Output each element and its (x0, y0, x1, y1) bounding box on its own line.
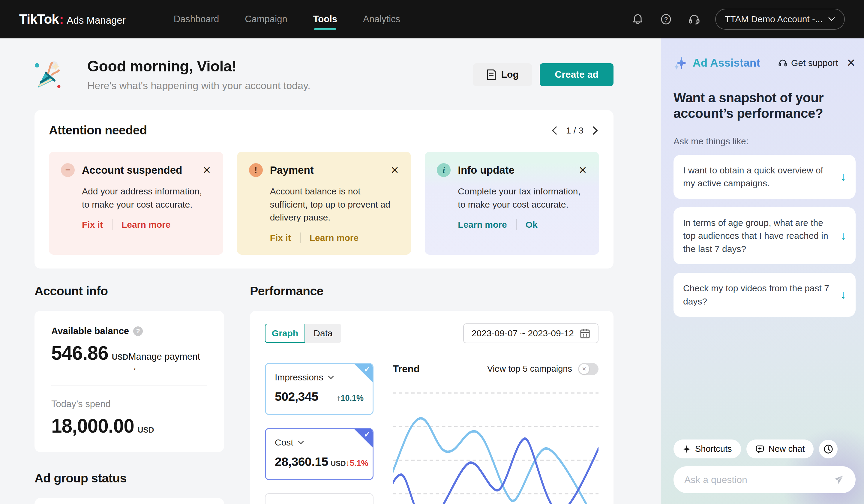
ad-group-status-card: 23 Active View details → (35, 498, 224, 504)
notifications-bell-icon[interactable] (631, 12, 645, 26)
log-button[interactable]: Log (473, 63, 532, 86)
brand[interactable]: TikTok : Ads Manager (19, 12, 126, 27)
fix-it-link[interactable]: Fix it (82, 219, 103, 230)
metric-delta: ↓5.1% (346, 459, 368, 468)
suggestion-chip[interactable]: I want to obtain a quick overview of my … (673, 155, 856, 199)
shortcuts-spark-icon (683, 445, 691, 453)
support-headset-icon[interactable] (687, 12, 701, 26)
date-range-picker[interactable]: 2023-09-07 ~ 2023-09-12 (463, 323, 599, 343)
calendar-icon (580, 328, 590, 339)
metric-delta: ↑10.1% (337, 394, 363, 403)
alert-title: Account suspended (82, 164, 182, 176)
metric-unit: USD (331, 459, 346, 468)
metric-card-cost[interactable]: ✓ Cost 28,360.15 USD ↓5.1% (265, 428, 373, 480)
learn-more-link[interactable]: Learn more (121, 219, 170, 230)
nav-campaign[interactable]: Campaign (245, 2, 287, 37)
performance-heading: Performance (250, 284, 613, 298)
close-icon[interactable]: ✕ (579, 164, 587, 176)
nav-tools[interactable]: Tools (313, 2, 337, 37)
metric-name: Impressions (275, 372, 323, 383)
shortcuts-button[interactable]: Shortcuts (673, 440, 741, 458)
manage-payment-link[interactable]: Manage payment → (128, 351, 207, 373)
chevron-down-icon (828, 17, 835, 22)
top5-campaigns-toggle[interactable]: ✕ (578, 363, 599, 375)
insert-arrow-icon[interactable]: ↓ (840, 229, 846, 242)
spend-label: Today’s spend (51, 399, 111, 409)
ask-question-input[interactable] (684, 474, 833, 485)
create-ad-button[interactable]: Create ad (540, 63, 613, 86)
ok-link[interactable]: Ok (526, 219, 538, 230)
metric-name: Click (275, 502, 294, 504)
alert-title: Info update (458, 164, 515, 176)
nav-analytics[interactable]: Analytics (363, 2, 400, 37)
balance-label: Available balance (51, 326, 129, 337)
headset-icon (778, 58, 788, 68)
alert-payment: ! Payment ✕ Account balance is not suffi… (237, 152, 411, 255)
close-icon[interactable]: ✕ (391, 164, 399, 176)
divider (516, 219, 517, 230)
info-icon: i (437, 163, 451, 177)
attention-title: Attention needed (49, 123, 147, 137)
metric-card-click[interactable]: Click 62,217 ↑10.1% (265, 493, 373, 504)
send-icon[interactable] (833, 474, 845, 485)
get-support-button[interactable]: Get support (778, 58, 838, 68)
pager-prev-icon[interactable] (551, 125, 558, 136)
ad-assistant-panel: Ad Assistant Get support ✕ Want a snapsh… (661, 38, 864, 504)
ad-assistant-title: Ad Assistant (693, 57, 760, 69)
nav-dashboard[interactable]: Dashboard (174, 2, 219, 37)
trend-line-chart (393, 388, 599, 504)
minus-icon: − (61, 163, 75, 177)
page-subtitle: Here's what's happening with your accoun… (87, 80, 311, 92)
suggestion-chip[interactable]: Check my top videos from the past 7 days… (673, 273, 856, 317)
close-icon[interactable]: ✕ (203, 164, 211, 176)
account-info-card: Available balance ? 546.86 USD Manage pa… (35, 311, 224, 452)
learn-more-link[interactable]: Learn more (458, 219, 507, 230)
exclamation-icon: ! (249, 163, 263, 177)
insert-arrow-icon[interactable]: ↓ (840, 288, 846, 301)
alert-title: Payment (270, 164, 314, 176)
close-icon[interactable]: ✕ (847, 57, 856, 69)
performance-card: Graph Data 2023-09-07 ~ 2023-09-12 (250, 311, 613, 504)
insert-arrow-icon[interactable]: ↓ (840, 170, 846, 183)
impressions-series-line (393, 418, 599, 504)
pager-counter: 1 / 3 (566, 125, 584, 136)
ask-question-inputbar (673, 466, 856, 493)
trend-label: Trend (393, 363, 420, 375)
new-chat-icon (755, 445, 765, 454)
metric-card-impressions[interactable]: ✓ Impressions 502,345 ↑10.1% (265, 363, 373, 415)
pager-next-icon[interactable] (591, 125, 599, 136)
balance-unit: USD (112, 352, 128, 362)
alert-info-update: i Info update ✕ Complete your tax inform… (425, 152, 599, 255)
date-range-value: 2023-09-07 ~ 2023-09-12 (472, 328, 574, 338)
learn-more-link[interactable]: Learn more (310, 233, 359, 243)
tiktok-logo: TikTok (19, 12, 59, 27)
toggle-label: View top 5 campaigns (487, 364, 572, 374)
spend-value: 18,000.00 (51, 415, 134, 437)
help-icon[interactable]: ? (659, 12, 673, 26)
metric-name: Cost (275, 437, 293, 448)
spend-unit: USD (138, 425, 154, 435)
ad-group-heading: Ad group status (35, 471, 224, 485)
tiktok-logo-colon: : (59, 12, 64, 27)
party-popper-icon (35, 59, 66, 90)
balance-value: 546.86 (51, 342, 108, 364)
document-icon (486, 69, 496, 80)
metric-value: 502,345 (275, 390, 318, 404)
suggestion-chip[interactable]: In terms of age group, what are the top … (673, 207, 856, 265)
chevron-down-icon[interactable] (328, 375, 334, 380)
new-chat-button[interactable]: New chat (746, 440, 814, 458)
chevron-down-icon[interactable] (298, 440, 304, 445)
help-tooltip-icon[interactable]: ? (133, 326, 143, 336)
main-content: Good morning, Viola! Here's what's happe… (0, 38, 661, 504)
fix-it-link[interactable]: Fix it (270, 233, 291, 243)
history-clock-icon[interactable] (819, 440, 838, 458)
product-name: Ads Manager (67, 15, 125, 26)
alert-account-suspended: − Account suspended ✕ Add your address i… (49, 152, 223, 255)
tab-graph[interactable]: Graph (265, 324, 305, 343)
top-nav: TikTok : Ads Manager Dashboard Campaign … (0, 0, 864, 38)
account-switcher[interactable]: TTAM Demo Account -... (715, 9, 845, 30)
page-title: Good morning, Viola! (87, 58, 311, 75)
divider (112, 219, 112, 230)
tab-data[interactable]: Data (305, 324, 341, 343)
metric-value: 28,360.15 (275, 455, 328, 469)
